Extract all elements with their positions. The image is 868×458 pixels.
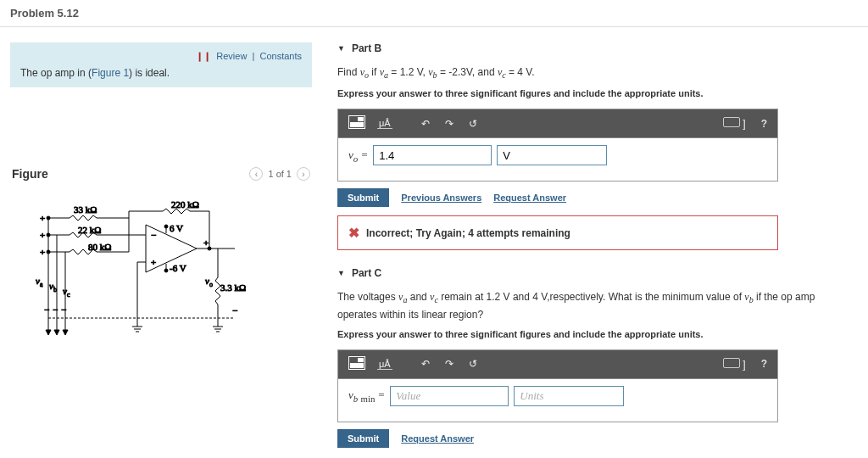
svg-text:220 kΩ: 220 kΩ bbox=[171, 199, 199, 209]
circuit-diagram: 33 kΩ 22 kΩ 80 kΩ 220 kΩ 3.3 kΩ 6 V -6 V… bbox=[10, 187, 312, 372]
svg-text:−: − bbox=[61, 304, 66, 315]
part-c-header[interactable]: Part C bbox=[337, 262, 853, 284]
reset-icon[interactable]: ↺ bbox=[465, 356, 481, 371]
request-answer-link[interactable]: Request Answer bbox=[401, 433, 474, 444]
part-b-hint: Express your answer to three significant… bbox=[337, 87, 853, 105]
review-link[interactable]: Review bbox=[216, 51, 247, 61]
info-text: The op amp in (Figure 1) is ideal. bbox=[20, 67, 302, 79]
part-b-answer-box: μÅ ↶ ↷ ↺ ] ? vo = bbox=[337, 109, 778, 182]
part-c-hint: Express your answer to three significant… bbox=[337, 327, 853, 346]
svg-text:33 kΩ: 33 kΩ bbox=[74, 204, 97, 215]
units-toggle-button[interactable]: μÅ bbox=[377, 118, 392, 129]
flag-icon: ❙❙ bbox=[196, 51, 211, 61]
svg-point-28 bbox=[164, 225, 168, 228]
figure-page-of: 1 of 1 bbox=[268, 169, 292, 179]
svg-text:-6 V: -6 V bbox=[170, 263, 186, 273]
figure-next-button[interactable]: › bbox=[297, 167, 310, 181]
vbmin-units-input[interactable]: Units bbox=[514, 386, 624, 406]
svg-text:6 V: 6 V bbox=[170, 223, 183, 233]
undo-icon[interactable]: ↶ bbox=[418, 116, 433, 131]
help-icon[interactable]: ? bbox=[758, 116, 771, 131]
svg-text:−: − bbox=[232, 305, 237, 316]
svg-text:+: + bbox=[40, 247, 45, 257]
part-b-header[interactable]: Part B bbox=[337, 37, 853, 59]
units-toggle-button[interactable]: μÅ bbox=[377, 359, 392, 370]
part-c-question: The voltages va and vc remain at 1.2 V a… bbox=[337, 284, 853, 327]
svg-text:+: + bbox=[203, 237, 209, 248]
constants-link[interactable]: Constants bbox=[259, 51, 302, 61]
figure-pager: ‹ 1 of 1 › bbox=[249, 167, 310, 181]
request-answer-link[interactable]: Request Answer bbox=[493, 193, 566, 203]
svg-text:a: a bbox=[40, 281, 43, 288]
redo-icon[interactable]: ↷ bbox=[442, 116, 457, 131]
part-b-submit-button[interactable]: Submit bbox=[337, 188, 389, 207]
template-icon[interactable] bbox=[345, 114, 369, 133]
svg-text:b: b bbox=[53, 286, 57, 293]
template-icon[interactable] bbox=[345, 355, 369, 374]
svg-text:−: − bbox=[151, 230, 156, 240]
vo-value-input[interactable] bbox=[373, 145, 492, 165]
svg-text:−: − bbox=[44, 304, 49, 315]
svg-text:−: − bbox=[53, 304, 58, 315]
svg-text:c: c bbox=[67, 291, 70, 299]
svg-point-30 bbox=[164, 269, 168, 272]
keyboard-icon[interactable]: ] bbox=[720, 115, 749, 131]
vo-label: vo = bbox=[348, 148, 368, 164]
svg-text:o: o bbox=[209, 281, 213, 288]
part-c-submit-button[interactable]: Submit bbox=[337, 429, 389, 448]
keyboard-icon[interactable]: ] bbox=[720, 356, 749, 372]
figure-prev-button[interactable]: ‹ bbox=[249, 167, 263, 181]
part-b-question: Find vo if va = 1.2 V, vb = -2.3V, and v… bbox=[337, 59, 853, 87]
error-icon: ✖ bbox=[348, 225, 359, 241]
figure-label: Figure bbox=[12, 167, 48, 181]
help-icon[interactable]: ? bbox=[758, 356, 771, 371]
part-c-answer-box: μÅ ↶ ↷ ↺ ] ? vb min = Value Units bbox=[337, 349, 778, 422]
svg-text:+: + bbox=[151, 257, 156, 267]
svg-text:3.3 kΩ: 3.3 kΩ bbox=[220, 282, 246, 293]
vbmin-value-input[interactable]: Value bbox=[390, 386, 509, 406]
svg-text:+: + bbox=[40, 230, 45, 240]
figure-link[interactable]: Figure 1 bbox=[92, 67, 129, 79]
vo-units-input[interactable] bbox=[497, 145, 607, 165]
redo-icon[interactable]: ↷ bbox=[442, 356, 457, 371]
reset-icon[interactable]: ↺ bbox=[465, 116, 481, 131]
undo-icon[interactable]: ↶ bbox=[418, 356, 433, 371]
problem-title: Problem 5.12 bbox=[0, 0, 868, 27]
vbmin-label: vb min = bbox=[348, 388, 385, 404]
incorrect-alert: ✖ Incorrect; Try Again; 4 attempts remai… bbox=[337, 215, 778, 250]
svg-text:+: + bbox=[40, 213, 45, 223]
prev-answers-link[interactable]: Previous Answers bbox=[401, 193, 481, 203]
problem-info-box: ❙❙ Review | Constants The op amp in (Fig… bbox=[10, 42, 312, 87]
